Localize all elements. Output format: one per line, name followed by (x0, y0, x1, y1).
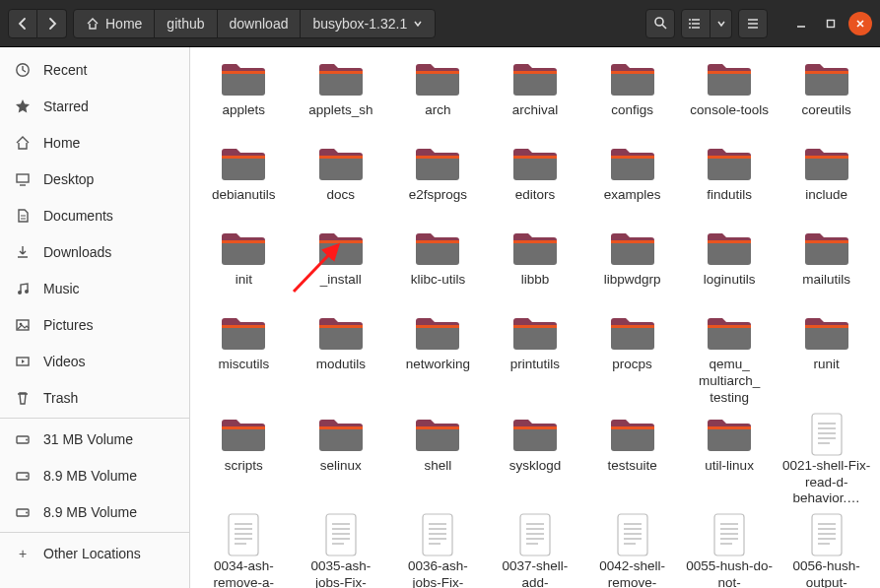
folder-item[interactable]: libbb (488, 225, 583, 307)
folder-item[interactable]: findutils (682, 140, 778, 223)
folder-icon (511, 229, 559, 268)
item-label: console-tools (690, 102, 769, 136)
path-seg-current[interactable]: busybox-1.32.1 (301, 10, 435, 37)
sidebar-item-downloads[interactable]: Downloads (0, 233, 189, 270)
sidebar-volume[interactable]: 31 MB Volume (0, 421, 189, 457)
sidebar-item-label: Music (43, 281, 80, 296)
folder-item[interactable]: mailutils (778, 225, 874, 307)
folder-item[interactable]: _install (294, 225, 389, 307)
item-label: qemu_multiarch_testing (699, 357, 760, 407)
item-label: examples (604, 187, 661, 221)
folder-item[interactable]: networking (390, 309, 486, 409)
folder-item[interactable]: docs (294, 140, 389, 223)
file-item[interactable]: 0056-hush-output- (778, 511, 874, 588)
icon-grid: applets applets_sh arch archival configs… (190, 47, 880, 588)
list-view-button[interactable] (681, 9, 711, 38)
folder-icon (317, 313, 365, 353)
folder-item[interactable]: loginutils (682, 225, 778, 307)
folder-item[interactable]: runit (778, 309, 874, 409)
window-maximize-button[interactable] (819, 12, 843, 35)
item-label: 0034-ash-remove-a- (199, 558, 288, 588)
item-label: 0055-hush-do-not- (685, 558, 774, 588)
folder-item[interactable]: modutils (294, 309, 389, 409)
folder-item[interactable]: klibc-utils (390, 225, 486, 307)
plus-icon: + (14, 546, 32, 561)
sidebar-volume[interactable]: 8.9 MB Volume (0, 493, 189, 530)
clock-icon (14, 62, 32, 78)
path-seg-github[interactable]: github (155, 10, 217, 37)
folder-item[interactable]: editors (488, 140, 583, 223)
path-seg-download[interactable]: download (218, 10, 302, 37)
folder-item[interactable]: printutils (488, 309, 583, 409)
path-seg-home[interactable]: Home (74, 10, 155, 37)
folder-icon (803, 229, 850, 268)
folder-item[interactable]: testsuite (584, 411, 680, 510)
svg-rect-6 (17, 174, 29, 182)
folder-item[interactable]: miscutils (196, 309, 292, 409)
forward-button[interactable] (37, 9, 67, 38)
folder-item[interactable]: applets_sh (294, 55, 389, 138)
svg-point-3 (689, 27, 691, 29)
file-item[interactable]: 0055-hush-do-not- (682, 511, 778, 588)
sidebar-item-videos[interactable]: Videos (0, 343, 189, 379)
folder-item[interactable]: examples (584, 140, 680, 223)
folder-item[interactable]: archival (488, 55, 583, 138)
folder-item[interactable]: selinux (294, 411, 389, 510)
item-label: networking (406, 357, 470, 390)
folder-icon (414, 313, 461, 353)
window-close-button[interactable] (848, 12, 872, 35)
folder-item[interactable]: init (196, 225, 292, 307)
sidebar-item-desktop[interactable]: Desktop (0, 161, 189, 197)
sidebar-other-locations[interactable]: + Other Locations (0, 535, 189, 571)
window-minimize-button[interactable] (789, 12, 813, 35)
folder-item[interactable]: e2fsprogs (390, 140, 486, 223)
sidebar-item-music[interactable]: Music (0, 270, 189, 306)
search-button[interactable] (645, 9, 675, 38)
sidebar-item-pictures[interactable]: Pictures (0, 306, 189, 343)
item-label: klibc-utils (411, 272, 466, 305)
file-item[interactable]: 0037-shell-add- (488, 511, 583, 588)
sidebar-item-label: Desktop (43, 171, 94, 187)
sidebar-item-starred[interactable]: Starred (0, 88, 189, 124)
disk-icon (14, 468, 32, 484)
item-label: coreutils (802, 102, 851, 136)
item-label: include (805, 187, 847, 221)
folder-item[interactable]: shell (390, 411, 486, 510)
text-file-icon (609, 515, 656, 555)
file-item[interactable]: 0021-shell-Fix-read-d-behavior.… (778, 411, 874, 510)
sidebar-volume[interactable]: 8.9 MB Volume (0, 457, 189, 493)
folder-item[interactable]: scripts (196, 411, 292, 510)
hamburger-button[interactable] (738, 9, 768, 38)
item-label: 0056-hush-output- (782, 558, 871, 588)
folder-item[interactable]: procps (584, 309, 680, 409)
folder-item[interactable]: applets (196, 55, 292, 138)
folder-item[interactable]: configs (584, 55, 680, 138)
folder-item[interactable]: util-linux (682, 411, 778, 510)
file-item[interactable]: 0034-ash-remove-a- (196, 511, 292, 588)
folder-item[interactable]: console-tools (682, 55, 778, 138)
file-item[interactable]: 0036-ash-jobs-Fix- (390, 511, 486, 588)
svg-rect-22 (520, 514, 550, 555)
folder-item[interactable]: libpwdgrp (584, 225, 680, 307)
folder-icon (414, 144, 461, 183)
folder-icon (220, 144, 267, 183)
view-dropdown-button[interactable] (711, 9, 732, 38)
item-label: archival (512, 102, 559, 136)
folder-item[interactable]: coreutils (778, 55, 874, 138)
sidebar-item-trash[interactable]: Trash (0, 379, 189, 416)
file-item[interactable]: 0035-ash-jobs-Fix- (294, 511, 389, 588)
folder-item[interactable]: arch (390, 55, 486, 138)
folder-icon (220, 59, 267, 98)
sidebar-item-label: 8.9 MB Volume (43, 504, 137, 520)
sidebar-item-recent[interactable]: Recent (0, 51, 189, 88)
sidebar-item-documents[interactable]: Documents (0, 197, 189, 233)
svg-rect-23 (618, 514, 647, 555)
folder-item[interactable]: qemu_multiarch_testing (682, 309, 778, 409)
svg-point-15 (26, 475, 28, 477)
sidebar-item-home[interactable]: Home (0, 124, 189, 161)
folder-item[interactable]: debianutils (196, 140, 292, 223)
folder-item[interactable]: include (778, 140, 874, 223)
folder-item[interactable]: sysklogd (488, 411, 583, 510)
file-item[interactable]: 0042-shell-remove- (584, 511, 680, 588)
back-button[interactable] (8, 9, 37, 38)
